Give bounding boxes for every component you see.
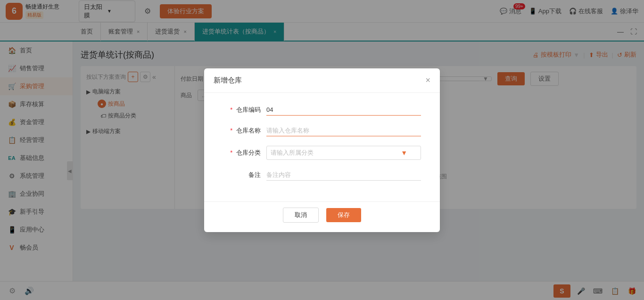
modal-body: * 仓库编码 * 仓库名称 * 仓库分类 请输入所属 (204, 93, 440, 201)
category-label: * 仓库分类 (223, 149, 261, 157)
modal-footer: 取消 保存 (204, 201, 440, 232)
modal-header: 新增仓库 × (204, 68, 440, 93)
modal-title: 新增仓库 (214, 76, 242, 85)
category-select[interactable]: 请输入所属分类 ▼ (266, 146, 421, 160)
form-row-name: * 仓库名称 (223, 125, 421, 136)
save-button[interactable]: 保存 (326, 208, 361, 222)
remark-label: 备注 (223, 171, 261, 179)
form-row-remark: 备注 (223, 169, 421, 181)
name-input[interactable] (266, 125, 421, 136)
cancel-button[interactable]: 取消 (283, 208, 319, 223)
category-placeholder: 请输入所属分类 (271, 149, 314, 157)
modal-overlay: 新增仓库 × * 仓库编码 * 仓库名称 (0, 0, 644, 300)
name-label: * 仓库名称 (223, 126, 261, 135)
code-label: * 仓库编码 (223, 106, 261, 114)
modal-close-button[interactable]: × (425, 76, 430, 84)
new-warehouse-modal: 新增仓库 × * 仓库编码 * 仓库名称 (204, 68, 440, 232)
remark-input[interactable] (266, 169, 421, 181)
form-row-code: * 仓库编码 (223, 104, 421, 116)
category-arrow-icon: ▼ (401, 149, 407, 157)
code-input[interactable] (266, 104, 421, 116)
form-row-category: * 仓库分类 请输入所属分类 ▼ (223, 146, 421, 160)
